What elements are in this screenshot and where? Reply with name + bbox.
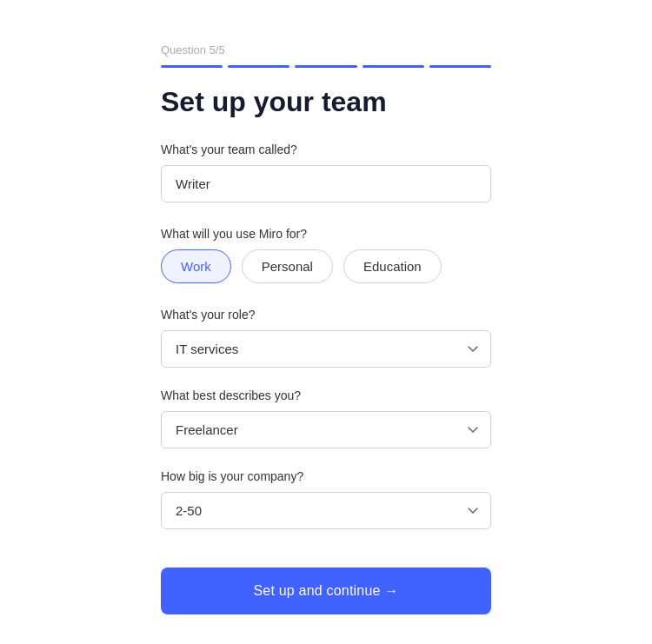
company-size-dropdown[interactable]: 1 2-50 51-200 201-1000 1001+	[161, 492, 491, 529]
company-size-label: How big is your company?	[161, 469, 491, 483]
team-name-label: What's your team called?	[161, 143, 491, 156]
use-for-label: What will you use Miro for?	[161, 227, 491, 241]
progress-segment-4	[363, 65, 424, 68]
team-name-input[interactable]	[161, 165, 491, 202]
use-for-education-button[interactable]: Education	[343, 249, 442, 283]
describes-label: What best describes you?	[161, 388, 491, 402]
role-label: What's your role?	[161, 308, 491, 322]
role-dropdown[interactable]: IT services Design Engineering Marketing…	[161, 330, 491, 368]
use-for-buttons: Work Personal Education	[161, 249, 491, 283]
progress-segment-2	[228, 65, 289, 68]
role-dropdown-wrapper: IT services Design Engineering Marketing…	[161, 330, 491, 368]
progress-segment-3	[295, 65, 356, 68]
page-container: Question 5/5 Set up your team What's you…	[0, 0, 652, 644]
use-for-work-button[interactable]: Work	[161, 249, 231, 283]
use-for-personal-button[interactable]: Personal	[242, 249, 333, 283]
submit-button[interactable]: Set up and continue →	[161, 568, 491, 614]
describes-dropdown[interactable]: Freelancer Employee Student Other	[161, 411, 491, 448]
use-for-section: What will you use Miro for? Work Persona…	[161, 227, 491, 283]
progress-segment-1	[161, 65, 223, 68]
question-label: Question 5/5	[161, 43, 491, 56]
page-title: Set up your team	[161, 85, 491, 118]
describes-section: What best describes you? Freelancer Empl…	[161, 388, 491, 448]
role-section: What's your role? IT services Design Eng…	[161, 308, 491, 368]
company-size-dropdown-wrapper: 1 2-50 51-200 201-1000 1001+	[161, 492, 491, 529]
company-size-section: How big is your company? 1 2-50 51-200 2…	[161, 469, 491, 529]
form-container: Question 5/5 Set up your team What's you…	[143, 43, 509, 614]
progress-segment-5	[429, 65, 491, 68]
describes-dropdown-wrapper: Freelancer Employee Student Other	[161, 411, 491, 448]
progress-bar	[161, 65, 491, 68]
